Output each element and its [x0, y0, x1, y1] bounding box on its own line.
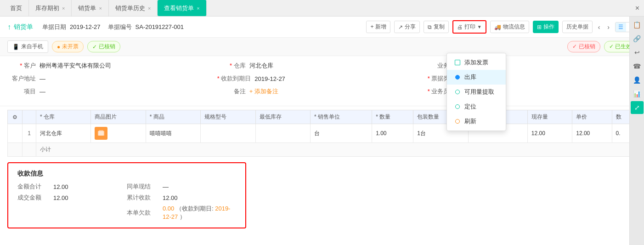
- col-unit-price: 单价: [572, 110, 612, 124]
- operations-button[interactable]: ⊞ 操作: [533, 21, 559, 33]
- tab-close-inventory-init[interactable]: ×: [62, 6, 65, 11]
- customer-section: 客户 柳州粤港平安气体有限公司 仓库 河北仓库 业务员 演示账号 客户地址 — …: [0, 56, 644, 106]
- current-due-item: 本单欠款 0.00 （收款到期日: 2019-12-27 ）: [127, 205, 236, 221]
- nav-prev[interactable]: ‹: [596, 23, 602, 32]
- out-warehouse-icon: [454, 74, 461, 80]
- action-right: ✓ 已核销 ✓ 已生效: [567, 41, 637, 52]
- customer-row: 客户 柳州粤港平安气体有限公司 仓库 河北仓库 业务员 演示账号: [7, 62, 637, 70]
- confirm-badge: ✓ 已核销: [87, 41, 120, 52]
- sidebar-icon-expand[interactable]: ⤢: [631, 101, 644, 114]
- sold-check-icon: ✓: [572, 43, 577, 50]
- phone-icon: 📱: [12, 44, 19, 50]
- payment-title: 收款信息: [17, 170, 236, 178]
- add-note-button[interactable]: 添加备注: [249, 87, 278, 96]
- tab-sales-history[interactable]: 销货单历史 ×: [109, 0, 158, 16]
- project-field: 项目 —: [7, 87, 217, 96]
- note-field: 备注 添加备注: [217, 87, 427, 96]
- cumulative-receipt-label: 累计收款: [127, 194, 159, 202]
- dropdown-refresh[interactable]: 刷新: [447, 114, 506, 129]
- refresh-icon: [454, 118, 461, 125]
- copy-button[interactable]: ⧉ 复制: [424, 21, 449, 33]
- action-row: 📱 来自手机 ● 未开票 ✓ 已核销 ✓ 已核销 ✓ 已生效: [0, 38, 644, 56]
- operations-dropdown: 添加发票 出库 可用量提取 定位 刷新: [446, 53, 506, 131]
- same-order-label: 同单现结: [127, 182, 159, 191]
- payment-grid: 金额合计 12.00 同单现结 — 成交金额 12.00 累计收款 12.00 …: [17, 182, 236, 221]
- tab-close-view-sales-order[interactable]: ×: [197, 6, 199, 11]
- tab-view-sales-order[interactable]: 查看销货单 ×: [158, 0, 206, 16]
- due-date-prefix: （收款到期日:: [176, 205, 214, 212]
- share-button[interactable]: ↗ 分享: [394, 21, 420, 33]
- subtotal-settings: [8, 143, 23, 157]
- product-image-svg: [97, 129, 105, 137]
- total-amount-label: 金额合计: [17, 182, 50, 191]
- total-amount-value: 12.00: [53, 183, 68, 190]
- toolbar-right: + 新增 ↗ 分享 ⧉ 复制 🖨 打印 ▼ 🚚 物流信息 ⊞ 操作: [366, 20, 637, 34]
- print-button[interactable]: 🖨 打印 ▼: [452, 20, 486, 34]
- table-row: 1 河北仓库 嘻嘻嘻嘻 台 1.00: [8, 124, 637, 143]
- tab-close-sales-history[interactable]: ×: [148, 6, 151, 11]
- subtotal-label: 小计: [36, 143, 637, 157]
- dropdown-locate[interactable]: 定位: [447, 99, 506, 114]
- content-area: ↑ 销货单 单据日期 2019-12-27 单据编号 SA-20191227-0…: [0, 17, 644, 245]
- history-button[interactable]: 历史单据: [562, 21, 593, 33]
- window-close-button[interactable]: ×: [635, 4, 639, 12]
- subtotal-no: [23, 143, 36, 157]
- logistics-button[interactable]: 🚚 物流信息: [490, 21, 529, 33]
- row-qty: 1.00: [372, 124, 413, 143]
- add-button[interactable]: + 新增: [366, 21, 390, 33]
- current-due-value: 0.00 （收款到期日: 2019-12-27 ）: [163, 205, 236, 221]
- tab-close-sales-order[interactable]: ×: [99, 6, 102, 11]
- warehouse-field: 仓库 河北仓库: [217, 62, 427, 70]
- tab-home[interactable]: 首页: [4, 0, 29, 16]
- cumulative-receipt-item: 累计收款 12.00: [127, 194, 236, 202]
- available-qty-icon: [454, 89, 461, 95]
- sidebar-icon-phone[interactable]: ☎: [631, 60, 644, 73]
- sidebar-icon-chart[interactable]: 📊: [631, 87, 644, 100]
- address-row: 客户地址 — 收款到期日 2019-12-27 票据类型 不开票: [7, 74, 637, 83]
- right-sidebar: 📋 🔗 ↩ ☎ 👤 📊 ⤢: [629, 17, 644, 245]
- row-product-img: [91, 124, 146, 143]
- not-open-badge: ● 未开票: [52, 41, 84, 52]
- payment-date-value: 2019-12-27: [254, 75, 285, 82]
- nav-next[interactable]: ›: [605, 23, 611, 32]
- tab-sales-order[interactable]: 销货单 ×: [72, 0, 108, 16]
- form-header: ↑ 销货单 单据日期 2019-12-27 单据编号 SA-20191227-0…: [0, 17, 644, 38]
- col-min-stock: 最低库存: [255, 110, 310, 124]
- customer-field: 客户 柳州粤港平安气体有限公司: [7, 62, 217, 70]
- transaction-amount-label: 成交金额: [17, 194, 50, 202]
- effect-check-icon: ✓: [609, 43, 614, 50]
- sidebar-icon-link[interactable]: 🔗: [631, 32, 644, 45]
- project-label: 项目: [7, 87, 40, 96]
- row-spec: [201, 124, 255, 143]
- table-header-row: ⚙ * 仓库 商品图片 * 商品 规格型号 最低库存 * 销售单位 * 数量 包…: [8, 110, 637, 124]
- dropdown-out-warehouse[interactable]: 出库: [447, 70, 506, 85]
- tab-inventory-init[interactable]: 库存期初 ×: [29, 0, 72, 16]
- row-unit-price: 12.00: [572, 124, 612, 143]
- customer-label: 客户: [7, 62, 40, 70]
- sidebar-icon-return[interactable]: ↩: [631, 46, 644, 59]
- payment-date-label: 收款到期日: [217, 74, 255, 83]
- row-product: 嘻嘻嘻嘻: [146, 124, 200, 143]
- from-phone-button[interactable]: 📱 来自手机: [7, 40, 48, 53]
- row-sales-unit: 台: [311, 124, 372, 143]
- payment-section: 收款信息 金额合计 12.00 同单现结 — 成交金额 12.00 累计收款 1…: [7, 162, 246, 228]
- project-row: 项目 — 备注 添加备注 业务员孟 —: [7, 87, 637, 96]
- form-date-field: 单据日期 2019-12-27: [42, 23, 101, 31]
- row-settings: [8, 124, 23, 143]
- logistics-icon: 🚚: [494, 24, 501, 30]
- form-meta: 单据日期 2019-12-27 单据编号 SA-20191227-001: [42, 23, 366, 31]
- sidebar-icon-notes[interactable]: 📋: [631, 18, 644, 31]
- print-dropdown-icon: ▼: [477, 24, 482, 29]
- cumulative-receipt-value: 12.00: [163, 194, 178, 201]
- note-label: 备注: [217, 87, 249, 96]
- dropdown-add-invoice[interactable]: 添加发票: [447, 55, 506, 70]
- transaction-amount-item: 成交金额 12.00: [17, 194, 127, 202]
- subtotal-row: 小计: [8, 143, 637, 157]
- dropdown-available-qty[interactable]: 可用量提取: [447, 85, 506, 99]
- view-list-button[interactable]: ☰: [616, 23, 626, 32]
- sidebar-icon-user[interactable]: 👤: [631, 74, 644, 86]
- address-label: 客户地址: [7, 74, 40, 83]
- col-product-img: 商品图片: [91, 110, 146, 124]
- product-image: [95, 127, 107, 140]
- address-field: 客户地址 —: [7, 74, 217, 83]
